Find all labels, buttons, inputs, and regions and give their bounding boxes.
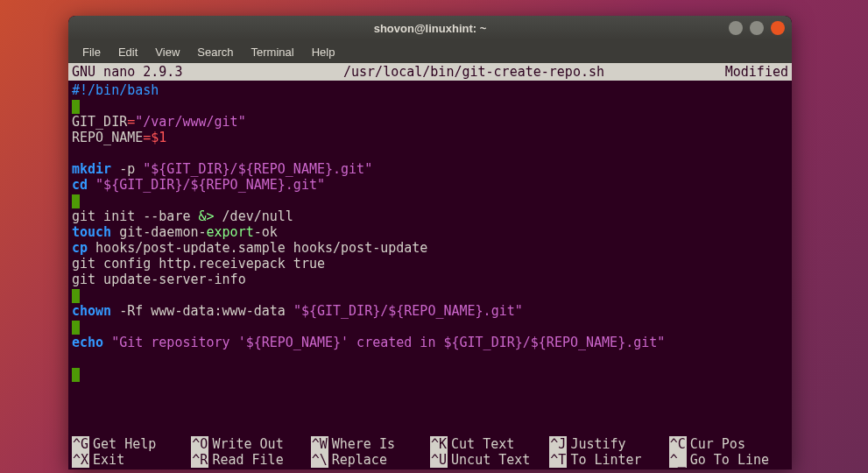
shortcut-label: Cur Pos [690,436,745,452]
cursor-marker [72,194,80,208]
cursor [72,368,80,382]
nano-filepath: /usr/local/bin/git-create-repo.sh [247,64,701,80]
code-line: git config http.receivepack true [72,256,325,272]
shortcut-key[interactable]: ^W [311,436,328,452]
shortcut-label: Get Help [93,436,156,452]
shortcut-label: Replace [332,452,387,468]
shortcut-label: Uncut Text [451,452,530,468]
code-line: git init --bare [72,208,199,224]
close-button[interactable] [771,21,785,35]
shortcut-key[interactable]: ^G [72,436,89,452]
maximize-button[interactable] [750,21,764,35]
shortcut-key[interactable]: ^O [191,436,208,452]
code-line: cp [72,240,88,256]
shortcut-label: Go To Line [690,452,769,468]
menu-edit[interactable]: Edit [111,43,145,61]
titlebar[interactable]: shovon@linuxhint: ~ [68,16,792,40]
code-line: chown [72,303,111,319]
cursor-marker [72,321,80,335]
window-controls [729,21,785,35]
code-line: GIT_DIR [72,114,127,130]
shortcut-label: Justify [570,436,625,452]
nano-version: GNU nano 2.9.3 [72,64,247,80]
code-line: mkdir [72,161,111,177]
shortcut-label: Exit [93,452,124,468]
shortcut-key[interactable]: ^C [669,436,687,452]
nano-status: Modified [701,64,788,80]
shortcut-label: Read File [212,452,283,468]
menu-search[interactable]: Search [190,43,240,61]
window-title: shovon@linuxhint: ~ [374,22,487,35]
nano-header: GNU nano 2.9.3 /usr/local/bin/git-create… [68,63,792,81]
editor-content[interactable]: #!/bin/bash GIT_DIR="/var/www/git" REPO_… [68,81,792,384]
cursor-marker [72,100,80,114]
terminal-window: shovon@linuxhint: ~ File Edit View Searc… [68,16,792,469]
shortcut-key[interactable]: ^K [430,436,448,452]
minimize-button[interactable] [729,21,743,35]
shortcut-label: To Linter [570,452,641,468]
shortcut-key[interactable]: ^X [72,452,89,468]
code-line: cd [72,177,88,193]
menu-help[interactable]: Help [305,43,342,61]
shortcut-key[interactable]: ^R [191,452,208,468]
shortcut-key[interactable]: ^U [430,452,448,468]
shortcut-key[interactable]: ^_ [669,452,687,468]
code-line: git update-server-info [72,272,246,287]
shortcut-key[interactable]: ^\ [311,452,328,468]
shortcut-label: Where Is [332,436,395,452]
code-line: #!/bin/bash [72,82,159,98]
cursor-marker [72,289,80,303]
nano-shortcuts: ^GGet Help ^OWrite Out ^WWhere Is ^KCut … [68,436,792,469]
code-line: REPO_NAME [72,130,143,145]
menu-file[interactable]: File [75,43,108,61]
shortcut-label: Write Out [212,436,283,452]
shortcut-key[interactable]: ^J [549,436,567,452]
code-line: touch [72,224,111,240]
shortcut-key[interactable]: ^T [549,452,567,468]
code-line: echo [72,335,103,350]
menu-terminal[interactable]: Terminal [244,43,301,61]
menubar: File Edit View Search Terminal Help [68,40,792,63]
menu-view[interactable]: View [148,43,187,61]
shortcut-label: Cut Text [451,436,514,452]
